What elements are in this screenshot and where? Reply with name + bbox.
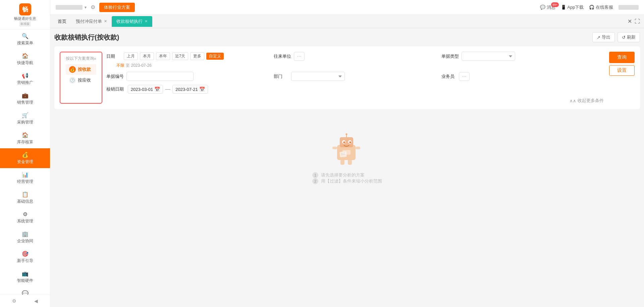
sidebar-item-basic[interactable]: 📋 基础信息 — [0, 188, 50, 208]
brand-name — [56, 5, 83, 10]
sidebar-item-label: 营销推广 — [17, 80, 33, 86]
step-num-1: 1 — [312, 172, 318, 178]
svg-point-5 — [350, 142, 351, 143]
app-download-button[interactable]: 📱 App下载 — [561, 4, 584, 10]
dept-select[interactable] — [291, 72, 345, 81]
filter-type-collapse-button[interactable]: » — [94, 56, 96, 61]
tab-prepay[interactable]: 预付冲应付单 ✕ — [71, 16, 112, 27]
sidebar-item-sales[interactable]: 💼 销售管理 — [0, 89, 50, 109]
sidebar-item-purchase[interactable]: 🛒 采购管理 — [0, 109, 50, 129]
set-button[interactable]: 设置 — [609, 65, 635, 76]
user-avatar[interactable] — [619, 5, 639, 10]
empty-step-1: 1 请先选择要分析的方案 — [312, 172, 382, 178]
logo-icon: 畅 — [19, 3, 31, 15]
verify-date-group: 2023-03-01 📅 — 2023-07-21 📅 — [128, 85, 208, 94]
sidebar-item-label: 销售管理 — [17, 100, 33, 105]
date-custom-badge[interactable]: 自定义 — [206, 53, 224, 60]
tab-home-label: 首页 — [58, 18, 66, 24]
empty-illustration — [327, 133, 367, 167]
settings-icon[interactable]: ⚙ — [91, 4, 95, 10]
date-this-year-button[interactable]: 本年 — [156, 52, 170, 60]
svg-rect-8 — [332, 147, 337, 149]
counterpart-label: 往来单位 — [274, 53, 291, 59]
sidebar-item-system[interactable]: ⚙ 系统管理 — [0, 208, 50, 227]
collapse-more-icon: ∧∧ — [570, 98, 576, 103]
sidebar-item-inventory[interactable]: 🏠 库存核算 — [0, 129, 50, 148]
sidebar-item-label: 系统管理 — [17, 218, 33, 224]
staff-select-button[interactable]: ··· — [459, 72, 469, 81]
sidebar-item-hardware[interactable]: 📺 智能硬件 — [0, 267, 50, 287]
collapse-sidebar-button[interactable]: ◀︎ — [34, 298, 38, 304]
marketing-icon: 📢 — [22, 72, 29, 79]
empty-hint-2: 用【过滤】条件来缩小分析范围 — [321, 178, 382, 184]
filter-type-box: 按以下方案查询 » 💰 按收款 🕐 按应收 — [60, 52, 102, 104]
customer-service-button[interactable]: 🎧 在线客服 — [589, 4, 613, 10]
tab-collect-close-icon[interactable]: ✕ — [145, 19, 148, 23]
date-7days-button[interactable]: 近7天 — [172, 52, 189, 60]
doctype-label: 单据类型 — [441, 53, 459, 59]
svg-point-4 — [343, 142, 345, 143]
service-label: 在线客服 — [596, 5, 613, 10]
tab-prepay-close-icon[interactable]: ✕ — [104, 19, 107, 23]
verify-date-end-calendar-icon[interactable]: 📅 — [199, 87, 205, 92]
refresh-button[interactable]: ↺ 刷新 — [618, 32, 640, 42]
svg-rect-13 — [339, 151, 346, 157]
wechat-icon: 💬 — [22, 290, 29, 295]
tab-close-all-button[interactable]: ✕ — [628, 18, 632, 24]
tab-collect-label: 收款核销执行 — [116, 18, 143, 24]
trial-button[interactable]: 体验行业方案 — [99, 3, 135, 12]
sidebar-item-operation[interactable]: 📊 经营管理 — [0, 168, 50, 188]
filter-panel: 按以下方案查询 » 💰 按收款 🕐 按应收 — [54, 46, 640, 109]
verify-date-start-box: 2023-03-01 📅 — [128, 85, 163, 94]
verify-date-start-value: 2023-03-01 — [131, 87, 153, 92]
message-button[interactable]: 💬 消息 99+ — [540, 4, 555, 10]
sales-icon: 💼 — [22, 92, 29, 99]
date-field-group: 日期 上月 本月 本年 近7天 更多 自定义 — [106, 52, 270, 60]
tab-home[interactable]: 首页 — [53, 16, 71, 27]
page-actions: ↗ 导出 ↺ 刷新 — [592, 32, 640, 42]
staff-field-group: 业务员 ··· — [441, 72, 605, 81]
purchase-icon: 🛒 — [22, 112, 29, 118]
sidebar-item-quick[interactable]: 🏠 快捷导航 — [0, 49, 50, 69]
query-button[interactable]: 查询 — [609, 52, 635, 63]
filter-type-by-receipt[interactable]: 💰 按收款 — [66, 64, 96, 75]
svg-point-7 — [346, 134, 347, 135]
sidebar-item-marketing[interactable]: 📢 营销推广 — [0, 69, 50, 89]
sidebar-item-enterprise[interactable]: 🏢 企业协同 — [0, 227, 50, 247]
tab-expand-button[interactable]: ⛶ — [635, 18, 640, 24]
brand-chevron-icon[interactable]: ▾ — [85, 5, 87, 10]
app-label: App下载 — [567, 5, 584, 10]
filter-type-title: 按以下方案查询 » — [66, 56, 96, 61]
sidebar-item-label: 新手引导 — [17, 258, 33, 264]
operation-icon: 📊 — [22, 171, 29, 178]
tab-collect[interactable]: 收款核销执行 ✕ — [112, 16, 152, 27]
date-last-month-button[interactable]: 上月 — [124, 52, 138, 60]
sidebar-item-finance[interactable]: 💰 资金管理 — [0, 148, 50, 168]
system-icon: ⚙ — [23, 211, 28, 217]
page-title: 收款核销执行(按收款) — [54, 33, 119, 42]
sidebar-item-label: 智能硬件 — [17, 278, 33, 284]
verify-date-start-calendar-icon[interactable]: 📅 — [154, 87, 160, 92]
export-button[interactable]: ↗ 导出 — [592, 32, 615, 42]
sidebar-item-wechat[interactable]: 💬 企业微信 — [0, 287, 50, 295]
sidebar: 畅 畅捷通好生意 标准版 🔍 搜索菜单 🏠 快捷导航 📢 营销推广 💼 销售管理… — [0, 0, 50, 307]
date-more-button[interactable]: 更多 — [190, 52, 204, 60]
filter-row-2: 单据编号 部门 业务员 ··· — [106, 72, 605, 81]
sidebar-item-label: 经营管理 — [17, 179, 33, 185]
quick-icon: 🏠 — [22, 53, 29, 59]
date-this-month-button[interactable]: 本月 — [140, 52, 154, 60]
docno-field-group: 单据编号 — [106, 72, 270, 81]
doctype-select[interactable] — [462, 52, 515, 61]
settings-button[interactable]: ⚙ — [12, 298, 16, 304]
counterpart-select-button[interactable]: ··· — [294, 52, 304, 61]
empty-step-2: 2 用【过滤】条件来缩小分析范围 — [312, 178, 382, 184]
date-range-text: 至 2023-07-26 — [126, 63, 152, 68]
collapse-more-button[interactable]: ∧∧ 收起更多条件 — [106, 98, 605, 104]
docno-label: 单据编号 — [106, 73, 124, 80]
filter-type-by-receivable[interactable]: 🕐 按应收 — [66, 75, 96, 86]
tab-bar: 首页 预付冲应付单 ✕ 收款核销执行 ✕ ✕ ⛶ — [50, 15, 644, 28]
docno-input[interactable] — [126, 72, 194, 81]
sidebar-item-guide[interactable]: 🎯 新手引导 — [0, 247, 50, 267]
empty-robot-svg — [327, 133, 367, 167]
sidebar-item-search[interactable]: 🔍 搜索菜单 — [0, 30, 50, 49]
